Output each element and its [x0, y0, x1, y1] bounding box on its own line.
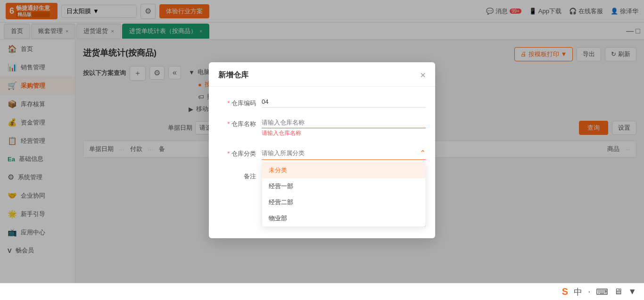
monitor-icon[interactable]: 🖥: [614, 287, 622, 297]
note-label: 备注: [218, 169, 256, 181]
code-input[interactable]: [262, 96, 426, 108]
name-input[interactable]: [262, 117, 426, 128]
modal-header: 新增仓库 ×: [209, 62, 435, 87]
name-error: 请输入仓库名称: [262, 129, 426, 137]
bottom-icons: 中 · ⌨ 🖥 ▼: [574, 286, 636, 298]
category-input-row: ⌃: [262, 147, 426, 160]
name-field-wrapper: 请输入仓库名称: [262, 117, 426, 137]
category-option-unclassified[interactable]: 未分类: [262, 162, 425, 178]
modal-body: 仓库编码 仓库名称 请输入仓库名称 仓库分类 ⌃: [209, 87, 435, 198]
arrow-down-icon[interactable]: ▼: [628, 287, 636, 297]
category-field-wrapper: ⌃ 未分类 经营一部 经营二部 物业部: [262, 147, 426, 160]
chinese-input-icon[interactable]: 中: [574, 286, 582, 298]
chevron-up-icon[interactable]: ⌃: [420, 149, 426, 158]
bottom-bar: S 中 · ⌨ 🖥 ▼: [0, 283, 644, 300]
code-field-wrapper: [262, 96, 426, 108]
modal-overlay[interactable]: 新增仓库 × 仓库编码 仓库名称 请输入仓库名称 仓库分类: [0, 0, 644, 300]
category-option-property[interactable]: 物业部: [262, 210, 425, 226]
category-input[interactable]: [262, 150, 420, 157]
category-option-dept1[interactable]: 经营一部: [262, 178, 425, 194]
form-row-category: 仓库分类 ⌃ 未分类 经营一部 经营二部 物业部: [218, 147, 426, 160]
name-label: 仓库名称: [218, 117, 256, 128]
s-logo-icon: S: [562, 286, 568, 297]
category-dropdown: 未分类 经营一部 经营二部 物业部: [262, 162, 426, 227]
category-option-dept2[interactable]: 经营二部: [262, 194, 425, 210]
keyboard-icon[interactable]: ⌨: [596, 287, 608, 297]
form-row-code: 仓库编码: [218, 96, 426, 108]
code-label: 仓库编码: [218, 96, 256, 108]
bottom-logo: S: [562, 286, 568, 297]
dot-icon: ·: [588, 287, 590, 297]
modal-title: 新增仓库: [218, 70, 248, 80]
new-warehouse-modal: 新增仓库 × 仓库编码 仓库名称 请输入仓库名称 仓库分类: [209, 62, 435, 238]
form-row-name: 仓库名称 请输入仓库名称: [218, 117, 426, 137]
modal-close-button[interactable]: ×: [420, 70, 426, 81]
category-label: 仓库分类: [218, 147, 256, 158]
